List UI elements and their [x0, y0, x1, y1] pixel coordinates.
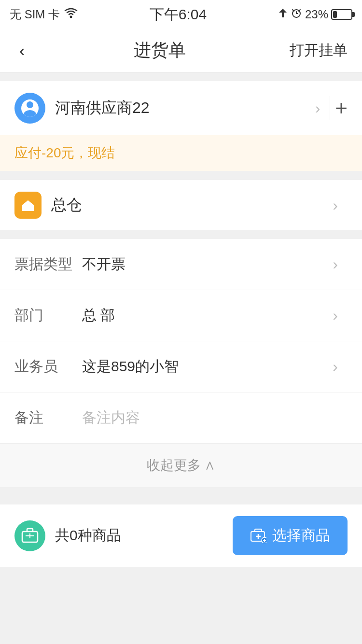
status-left: 无 SIM 卡 — [10, 7, 78, 22]
bottom-divider — [0, 487, 362, 496]
bottom-section: 共0种商品 选择商品 — [0, 504, 362, 567]
select-product-button[interactable]: 选择商品 — [233, 516, 348, 555]
back-button[interactable]: ‹ — [14, 36, 29, 65]
top-divider — [0, 72, 362, 81]
background-area — [0, 567, 362, 644]
warehouse-name: 总仓 — [51, 195, 333, 216]
supplier-name: 河南供应商22 — [55, 98, 315, 119]
sales-row[interactable]: 业务员 这是859的小智 › — [0, 341, 362, 392]
remark-label: 备注 — [14, 408, 77, 428]
location-icon — [278, 8, 288, 21]
avatar-image — [21, 99, 39, 117]
invoice-value: 不开票 — [77, 254, 333, 274]
dept-row[interactable]: 部门 总 部 › — [0, 290, 362, 341]
supplier-section: 河南供应商22 › + 应付-20元，现结 — [0, 81, 362, 171]
alarm-icon — [291, 7, 302, 22]
status-bar: 无 SIM 卡 下午6:04 23% — [0, 0, 362, 29]
product-icon — [14, 520, 45, 551]
warehouse-icon — [14, 192, 42, 219]
notice-banner: 应付-20元，现结 — [0, 135, 362, 171]
wifi-icon — [64, 8, 78, 21]
dept-label: 部门 — [14, 306, 77, 325]
page-title: 进货单 — [134, 39, 186, 62]
supplier-divider — [330, 96, 330, 120]
invoice-label: 票据类型 — [14, 254, 77, 274]
warehouse-section: 总仓 › — [0, 180, 362, 230]
invoice-chevron-icon: › — [333, 255, 338, 273]
svg-rect-4 — [26, 207, 30, 211]
status-time: 下午6:04 — [150, 5, 207, 25]
supplier-chevron-icon: › — [315, 99, 320, 117]
status-right: 23% — [278, 7, 352, 22]
battery-icon — [331, 9, 352, 20]
sales-value: 这是859的小智 — [77, 357, 333, 377]
open-pending-button[interactable]: 打开挂单 — [290, 41, 348, 60]
dept-chevron-icon: › — [333, 307, 338, 324]
product-count: 共0种商品 — [55, 526, 223, 546]
remark-row[interactable]: 备注 备注内容 — [0, 392, 362, 443]
notice-text: 应付-20元，现结 — [14, 145, 115, 160]
dept-value: 总 部 — [77, 306, 333, 325]
nav-bar: ‹ 进货单 打开挂单 — [0, 29, 362, 72]
warehouse-row[interactable]: 总仓 › — [0, 180, 362, 230]
remark-input[interactable]: 备注内容 — [77, 408, 348, 428]
warehouse-divider — [0, 171, 362, 180]
collapse-row[interactable]: 收起更多 ∧ — [0, 443, 362, 487]
sales-chevron-icon: › — [333, 358, 338, 376]
invoice-row[interactable]: 票据类型 不开票 › — [0, 239, 362, 290]
sales-label: 业务员 — [14, 357, 77, 377]
select-product-label: 选择商品 — [272, 526, 330, 546]
svg-point-0 — [70, 16, 72, 18]
supplier-avatar — [14, 93, 45, 124]
battery-percent: 23% — [305, 8, 328, 21]
form-section: 票据类型 不开票 › 部门 总 部 › 业务员 这是859的小智 › 备注 备注… — [0, 239, 362, 443]
carrier-text: 无 SIM 卡 — [10, 7, 60, 22]
add-supplier-button[interactable]: + — [335, 98, 348, 119]
supplier-row[interactable]: 河南供应商22 › + — [0, 81, 362, 135]
warehouse-chevron-icon: › — [333, 196, 338, 214]
collapse-text: 收起更多 ∧ — [147, 456, 216, 475]
